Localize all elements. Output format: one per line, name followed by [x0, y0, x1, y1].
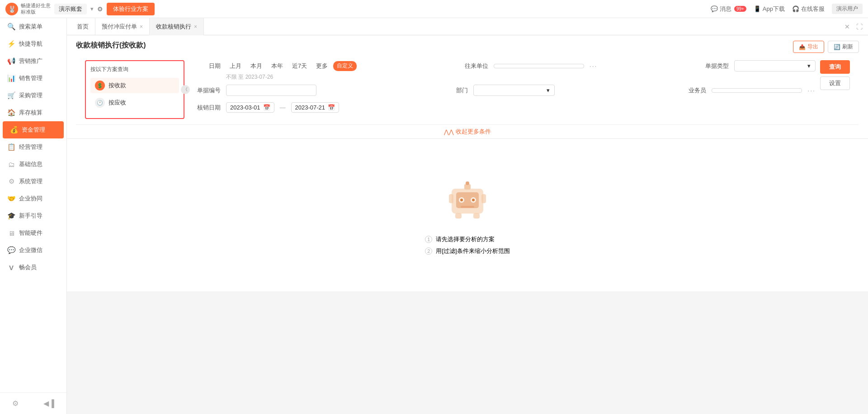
sidebar-item-member[interactable]: V 畅会员	[0, 259, 66, 276]
calendar-start-icon[interactable]: 📅	[263, 104, 270, 111]
filter-collapse-button[interactable]: 《	[181, 85, 190, 94]
sidebar-item-finance[interactable]: 💰 资金管理	[3, 121, 64, 138]
message-badge: 99+	[734, 6, 746, 12]
svg-point-8	[466, 181, 469, 185]
page-title: 收款核销执行(按收款)	[76, 41, 859, 50]
billno-input[interactable]	[226, 85, 316, 96]
staff-more-icon[interactable]: ···	[807, 87, 816, 94]
quicknav-icon: ⚡	[7, 40, 15, 48]
message-button[interactable]: 💬 消息 99+	[711, 5, 746, 13]
tip-num-1: 1	[425, 236, 432, 243]
query-button[interactable]: 查询	[820, 60, 850, 74]
date-btn-thisyear[interactable]: 本年	[268, 61, 287, 71]
billtype-select[interactable]: ▾	[734, 60, 816, 71]
page-header: 收款核销执行(按收款) 📤 导出 🔄 刷新 按以下方案查询	[67, 35, 868, 139]
sidebar-item-label: 库存核算	[19, 109, 42, 117]
tab-home[interactable]: 首页	[71, 18, 95, 35]
sidebar-item-inventory[interactable]: 🏠 库存核算	[0, 104, 66, 121]
collapse-more-button[interactable]: ⋀⋀ 收起更多条件	[444, 128, 491, 136]
logo: 🐰 畅捷通好生意 标准版	[5, 3, 51, 15]
svg-point-4	[460, 199, 463, 201]
sales-icon: 📊	[7, 74, 15, 82]
calendar-end-icon[interactable]: 📅	[328, 104, 335, 111]
sidebar-item-purchase[interactable]: 🛒 采购管理	[0, 87, 66, 104]
basicinfo-icon: 🗂	[7, 161, 15, 168]
company-selector[interactable]: 演示账套	[54, 4, 87, 14]
filter-option-label2: 按应收	[108, 99, 126, 107]
tip-num-2: 2	[425, 247, 432, 255]
filter-row-date: 日期 上月 本月 本年 近7天 更多 自定义	[193, 60, 816, 71]
finance-icon: 💰	[10, 126, 18, 134]
setting-button[interactable]: 设置	[820, 76, 850, 90]
filter-row-billno: 单据编号 部门 ▾ 业务员	[193, 85, 816, 96]
svg-rect-10	[481, 194, 486, 203]
tab-close-prepay[interactable]: ×	[140, 24, 143, 30]
date-btn-more[interactable]: 更多	[312, 61, 331, 71]
member-icon: V	[7, 264, 15, 271]
filter-option-by-receivable[interactable]: 🕐 按应收	[90, 95, 179, 110]
purchase-icon: 🛒	[7, 91, 15, 100]
sidebar-item-marketing[interactable]: 📢 营销推广	[0, 52, 66, 70]
search-icon: 🔍	[7, 23, 15, 31]
settings-bottom-icon[interactable]: ⚙	[9, 396, 21, 410]
sidebar-item-operations[interactable]: 📋 经营管理	[0, 138, 66, 156]
refresh-button[interactable]: 🔄 刷新	[828, 41, 859, 53]
sidebar-item-quicknav[interactable]: ⚡ 快捷导航	[0, 35, 66, 52]
sidebar-item-label: 企业协同	[19, 195, 42, 203]
sidebar-item-guide[interactable]: 🎓 新手引导	[0, 207, 66, 224]
sidebar-item-basicinfo[interactable]: 🗂 基础信息	[0, 156, 66, 173]
svg-rect-9	[449, 194, 453, 203]
tab-close-receipt[interactable]: ×	[194, 24, 197, 30]
verify-date-end-input[interactable]: 2023-07-21 📅	[291, 102, 340, 113]
export-button[interactable]: 📤 导出	[793, 41, 824, 53]
sidebar-item-hardware[interactable]: 🖥 智能硬件	[0, 224, 66, 242]
expand-tab-icon[interactable]: ⛶	[854, 21, 864, 32]
sidebar-item-wechat[interactable]: 💬 企业微信	[0, 242, 66, 259]
date-btn-lastmonth[interactable]: 上月	[226, 61, 245, 71]
app-download-button[interactable]: 📱 App下载	[754, 5, 785, 13]
date-range-separator: —	[280, 104, 286, 111]
user-menu[interactable]: 演示用户	[832, 4, 863, 14]
settings-icon[interactable]: ⚙	[97, 5, 103, 13]
company-dropdown-icon[interactable]: ▾	[90, 5, 94, 12]
sidebar-item-system[interactable]: ⚙ 系统管理	[0, 173, 66, 190]
svg-rect-12	[473, 213, 480, 219]
collapse-up-icon: ⋀⋀	[444, 128, 454, 135]
main-layout: 🔍 搜索菜单 ⚡ 快捷导航 📢 营销推广 📊 销售管理 🛒 采购管理 🏠 库存核…	[0, 18, 868, 414]
sidebar-item-search[interactable]: 🔍 搜索菜单	[0, 18, 66, 35]
sidebar-item-label: 智能硬件	[19, 229, 42, 237]
filter-option-by-receipt[interactable]: 💲 按收款	[90, 78, 179, 93]
verifydate-filter-label: 核销日期	[193, 104, 221, 112]
staff-filter-label: 业务员	[679, 86, 706, 95]
collab-icon: 🤝	[7, 195, 15, 203]
sidebar-item-label: 营销推广	[19, 57, 42, 65]
sidebar-item-sales[interactable]: 📊 销售管理	[0, 70, 66, 87]
partner-input[interactable]	[494, 64, 584, 68]
page-content: 收款核销执行(按收款) 📤 导出 🔄 刷新 按以下方案查询	[67, 35, 868, 414]
receivable-scheme-icon: 🕐	[95, 98, 105, 108]
date-no-limit: 不限 至 2023-07-26	[226, 73, 816, 81]
date-btn-7days[interactable]: 近7天	[288, 61, 311, 71]
tab-prepay[interactable]: 预付冲应付单 ×	[95, 18, 150, 35]
online-service-button[interactable]: 🎧 在线客服	[792, 5, 825, 13]
dept-select[interactable]: ▾	[473, 85, 555, 96]
partner-more-icon[interactable]: ···	[590, 62, 598, 70]
sidebar-item-label: 资金管理	[22, 126, 45, 134]
sidebar-item-label: 销售管理	[19, 74, 42, 82]
content-area: 首页 预付冲应付单 × 收款核销执行 × ✕ ⛶ 收款核销执行(按收款) 📤	[67, 18, 868, 414]
collapse-sidebar-icon[interactable]: ◀▐	[41, 396, 57, 410]
staff-input[interactable]	[712, 88, 802, 93]
filter-panel: 按以下方案查询 💲 按收款 🕐 按应收 《	[76, 55, 859, 124]
tab-receipt[interactable]: 收款核销执行 ×	[150, 18, 204, 35]
verify-date-start-input[interactable]: 2023-03-01 📅	[226, 102, 274, 113]
svg-rect-6	[461, 206, 474, 208]
date-btn-custom[interactable]: 自定义	[333, 61, 357, 71]
collapse-more-bar: ⋀⋀ 收起更多条件	[76, 124, 859, 138]
sidebar-item-collab[interactable]: 🤝 企业协同	[0, 190, 66, 207]
tab-bar-actions: ✕ ⛶	[843, 21, 864, 32]
sidebar-item-label: 畅会员	[19, 263, 37, 271]
empty-illustration	[443, 175, 492, 226]
close-tab-icon[interactable]: ✕	[843, 21, 852, 32]
industry-solution-button[interactable]: 体验行业方案	[107, 3, 155, 15]
date-btn-thismonth[interactable]: 本月	[247, 61, 266, 71]
